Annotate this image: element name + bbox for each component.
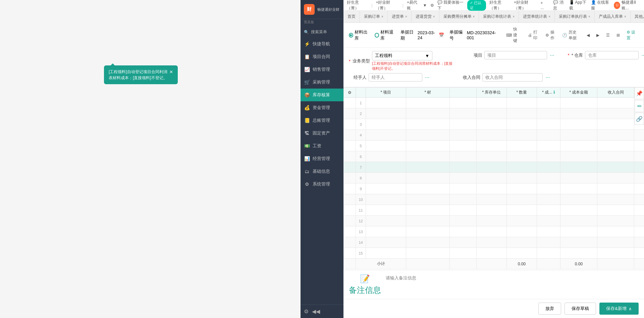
handler-input[interactable] [369,73,422,82]
row-unit-cell[interactable] [477,151,507,162]
row-project-cell[interactable] [366,226,406,237]
project-input[interactable] [484,51,547,59]
row-project-cell[interactable] [366,162,406,173]
radio-material-out[interactable]: 材料出库 [349,29,369,41]
tab-purchase-stat[interactable]: 采购订单统计表× [479,11,519,23]
tab-purchase-order[interactable]: 采购订单× [360,11,388,23]
row-spec-cell[interactable] [450,183,477,194]
row-material-cell[interactable] [406,98,450,108]
topnav-user[interactable]: U 畅捷通8账... [614,0,641,11]
row-spec-cell[interactable] [450,194,477,205]
row-cost-cell[interactable] [537,183,560,194]
abandon-button[interactable]: 放弃 [538,303,561,315]
row-spec-cell[interactable] [450,226,477,237]
row-cost-amount-cell[interactable] [560,173,597,183]
topnav-service[interactable]: 👤 在线客服 [591,0,610,11]
right-tool-edit[interactable]: ✏ [635,100,644,112]
tab-product-stock[interactable]: 产成品入库单× [595,11,631,23]
row-cost-amount-cell[interactable] [560,205,597,216]
row-qty-cell[interactable] [507,205,537,216]
page-settings-btn[interactable]: ⚙ 设置 [625,29,639,42]
row-qty-cell[interactable] [507,162,537,173]
row-cost-cell[interactable] [537,205,560,216]
row-available-cell[interactable] [634,130,644,141]
sidebar-item-payroll[interactable]: 💵 工资 [301,140,343,152]
topnav-dropdown-arrow[interactable]: ▼ [423,3,427,8]
row-project-cell[interactable] [366,173,406,183]
tab-home[interactable]: 首页 [343,11,360,23]
row-qty-cell[interactable] [507,183,537,194]
sidebar-item-ledger[interactable]: 📒 总账管理 [301,114,343,127]
row-unit-cell[interactable] [477,173,507,183]
operate-btn[interactable]: ⚙ 操作 [543,29,558,42]
row-income-contract-cell[interactable] [597,205,634,216]
row-income-contract-cell[interactable] [597,141,634,151]
row-unit-cell[interactable] [477,237,507,248]
row-material-cell[interactable] [406,141,450,151]
row-cost-cell[interactable] [537,108,560,119]
row-material-cell[interactable] [406,194,450,205]
row-project-cell[interactable] [366,216,406,226]
row-income-contract-cell[interactable] [597,183,634,194]
row-qty-cell[interactable] [507,98,537,108]
topnav-more[interactable]: + ... [540,1,546,10]
calendar-icon[interactable]: 📅 [439,33,444,38]
sidebar-item-base[interactable]: 🗂 基础信息 [301,165,343,178]
row-material-cell[interactable] [406,119,450,130]
row-cost-amount-cell[interactable] [560,183,597,194]
sidebar-item-system[interactable]: ⚙ 系统管理 [301,178,343,191]
row-unit-cell[interactable] [477,141,507,151]
row-material-cell[interactable] [406,205,450,216]
row-cost-cell[interactable] [537,130,560,141]
row-qty-cell[interactable] [507,226,537,237]
history-btn[interactable]: 🕐 历史单据 [560,29,582,42]
project-dots-btn[interactable]: ··· [550,52,554,58]
row-unit-cell[interactable] [477,98,507,108]
row-cost-cell[interactable] [537,216,560,226]
save-new-arrow[interactable]: ∧ [629,306,632,311]
row-material-cell[interactable] [406,151,450,162]
row-qty-cell[interactable] [507,130,537,141]
row-qty-cell[interactable] [507,173,537,183]
tab-close-icon[interactable]: × [548,15,550,18]
row-available-cell[interactable] [634,151,644,162]
row-project-cell[interactable] [366,183,406,194]
income-contract-input[interactable] [482,73,543,82]
row-project-cell[interactable] [366,248,406,259]
row-cost-cell[interactable] [537,162,560,173]
row-income-contract-cell[interactable] [597,226,634,237]
tab-close-icon[interactable]: × [588,15,590,18]
tab-execute[interactable]: 采购订单执行表× [555,11,595,23]
row-cost-amount-cell[interactable] [560,108,597,119]
row-income-contract-cell[interactable] [597,237,634,248]
tab-close-icon[interactable]: × [433,15,435,18]
sidebar-item-finance[interactable]: 💰 资金管理 [301,101,343,114]
row-cost-cell[interactable] [537,194,560,205]
row-income-contract-cell[interactable] [597,194,634,205]
topnav-experience[interactable]: 💬 我要体验一下 [437,0,464,11]
tab-expense[interactable]: 采购费用分摊单× [439,11,479,23]
row-cost-amount-cell[interactable] [560,130,597,141]
topnav-item-haoyecai[interactable]: +好业财（菁） [376,0,399,11]
radio-material-return[interactable]: 材料退库 [375,29,395,41]
row-qty-cell[interactable] [507,237,537,248]
topnav-message[interactable]: 💬 消息 [553,0,566,11]
row-cost-cell[interactable] [537,237,560,248]
settings-bottom-icon[interactable]: ⚙ [304,308,309,315]
topnav-haoyecai2[interactable]: +好业财（菁） [514,0,537,11]
tab-other-stock[interactable]: 其他入库单× [631,11,644,23]
right-tool-pin[interactable]: 📌 [635,87,644,99]
row-project-cell[interactable] [366,130,406,141]
collapse-icon[interactable]: ◀◀ [312,308,320,315]
sidebar-item-ops[interactable]: 📊 经营管理 [301,152,343,165]
row-income-contract-cell[interactable] [597,108,634,119]
col-settings-header[interactable]: ⚙ [344,88,356,98]
cost-info-icon[interactable]: ℹ [553,90,555,95]
sidebar-search-btn[interactable]: 🔍 搜索菜单 [301,26,343,38]
row-cost-amount-cell[interactable] [560,248,597,259]
row-material-cell[interactable] [406,248,450,259]
row-material-cell[interactable] [406,237,450,248]
row-spec-cell[interactable] [450,162,477,173]
row-unit-cell[interactable] [477,119,507,130]
row-spec-cell[interactable] [450,130,477,141]
